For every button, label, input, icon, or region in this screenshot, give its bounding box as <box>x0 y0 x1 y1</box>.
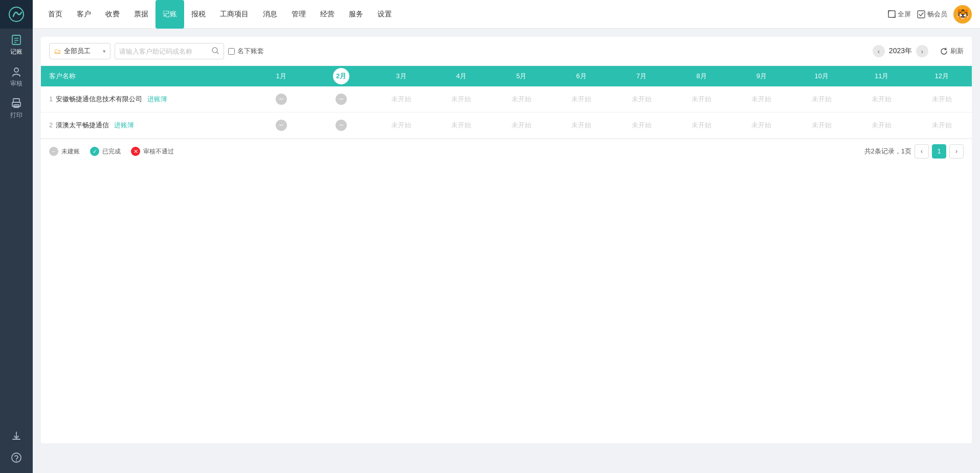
month-3-cell: 未开始 <box>371 86 431 112</box>
client-name: 安徽畅捷通信息技术有限公司 <box>56 95 142 103</box>
table-footer: − 未建账 ✓ 已完成 ✕ 审核不通过 共2条记录， <box>41 139 972 164</box>
search-wrapper[interactable] <box>115 43 224 59</box>
employee-icon: 🗂 <box>54 47 61 55</box>
svg-point-5 <box>14 68 18 72</box>
sidebar-bottom <box>0 425 33 473</box>
status-not-started-icon: − <box>276 120 287 131</box>
member-icon <box>917 10 925 18</box>
fullscreen-icon <box>888 10 896 18</box>
month-5-cell: 未开始 <box>492 86 551 112</box>
fullscreen-button[interactable]: 全屏 <box>888 10 911 19</box>
month-6-cell: 未开始 <box>551 112 611 139</box>
nav-charge[interactable]: 收费 <box>98 0 127 29</box>
month-10-cell: 未开始 <box>792 86 852 112</box>
nav-service[interactable]: 服务 <box>342 0 370 29</box>
nav-tax[interactable]: 报税 <box>184 0 213 29</box>
prev-page-button[interactable]: ‹ <box>915 144 929 159</box>
sidebar: 记账 审核 打印 <box>0 0 33 473</box>
sidebar-item-print[interactable]: 打印 <box>0 92 33 124</box>
content-area: 🗂 全部员工 ▾ 名下账套 <box>33 29 980 473</box>
month-4-cell: 未开始 <box>431 112 491 139</box>
nav-message[interactable]: 消息 <box>256 0 284 29</box>
search-button[interactable] <box>211 47 219 56</box>
month-1-cell[interactable]: − <box>251 112 311 139</box>
svg-rect-11 <box>888 11 895 17</box>
col-header-m4: 4月 <box>431 66 491 86</box>
page-1-button[interactable]: 1 <box>932 144 946 159</box>
chevron-down-icon: ▾ <box>103 48 106 55</box>
nav-right: 全屏 畅会员 🐯 <box>888 5 972 24</box>
pagination: 共2条记录，1页 ‹ 1 › <box>864 144 964 159</box>
sidebar-item-download[interactable] <box>0 425 33 446</box>
sidebar-item-ledger[interactable]: 记账 <box>0 29 33 60</box>
nav-invoice[interactable]: 票据 <box>127 0 155 29</box>
not-started-label: 未建账 <box>61 147 80 156</box>
enter-ledger-link[interactable]: 进账簿 <box>147 95 167 103</box>
month-2-cell[interactable]: − <box>311 86 371 112</box>
sidebar-item-help[interactable] <box>0 446 33 468</box>
top-nav: 首页 客户 收费 票据 记账 报税 工商项目 消息 管理 经营 服务 设置 全屏 <box>33 0 980 29</box>
help-icon <box>10 452 23 464</box>
nav-operation[interactable]: 经营 <box>313 0 342 29</box>
next-page-button[interactable]: › <box>949 144 964 159</box>
nav-business[interactable]: 工商项目 <box>213 0 256 29</box>
ledger-icon <box>10 34 23 46</box>
refresh-button[interactable]: 刷新 <box>941 47 964 56</box>
month-1-cell[interactable]: − <box>251 86 311 112</box>
nav-client[interactable]: 客户 <box>70 0 98 29</box>
svg-rect-6 <box>13 99 19 102</box>
sidebar-ledger-label: 记账 <box>10 48 23 56</box>
ledger-table: 客户名称 1月 2月 3月 4月 5月 6月 7月 <box>41 66 972 139</box>
month-7-cell: 未开始 <box>611 112 671 139</box>
content-card: 🗂 全部员工 ▾ 名下账套 <box>41 37 972 443</box>
toolbar: 🗂 全部员工 ▾ 名下账套 <box>41 37 972 66</box>
col-header-m10: 10月 <box>792 66 852 86</box>
month-2-cell[interactable]: − <box>311 112 371 139</box>
month-11-cell: 未开始 <box>852 86 911 112</box>
col-header-m12: 12月 <box>911 66 972 86</box>
month-9-cell: 未开始 <box>731 112 791 139</box>
nav-ledger[interactable]: 记账 <box>155 0 184 29</box>
enter-ledger-link[interactable]: 进账簿 <box>114 121 134 129</box>
svg-rect-1 <box>12 35 20 44</box>
search-icon <box>211 47 219 55</box>
legend-done: ✓ 已完成 <box>90 147 121 156</box>
svg-rect-12 <box>918 11 925 18</box>
next-year-button[interactable]: › <box>916 45 928 57</box>
done-dot: ✓ <box>90 147 99 156</box>
member-button[interactable]: 畅会员 <box>917 10 947 19</box>
legend-rejected: ✕ 审核不通过 <box>131 147 174 156</box>
rejected-label: 审核不通过 <box>143 147 174 156</box>
prev-year-button[interactable]: ‹ <box>873 45 885 57</box>
not-started-dot: − <box>49 147 58 156</box>
my-accounts-label: 名下账套 <box>237 47 264 56</box>
month-12-cell: 未开始 <box>911 112 972 139</box>
my-accounts-checkbox[interactable]: 名下账套 <box>228 47 264 56</box>
month-5-cell: 未开始 <box>492 112 551 139</box>
nav-settings[interactable]: 设置 <box>370 0 399 29</box>
col-header-m7: 7月 <box>611 66 671 86</box>
main-area: 首页 客户 收费 票据 记账 报税 工商项目 消息 管理 经营 服务 设置 全屏 <box>33 0 980 473</box>
year-nav: ‹ 2023年 › <box>873 45 928 57</box>
table-row: 2漠澳太平畅捷通信进账簿−−未开始未开始未开始未开始未开始未开始未开始未开始未开… <box>41 112 972 139</box>
print-icon <box>10 97 23 109</box>
month-11-cell: 未开始 <box>852 112 911 139</box>
user-avatar[interactable]: 🐯 <box>953 5 972 24</box>
nav-manage[interactable]: 管理 <box>284 0 313 29</box>
client-name: 漠澳太平畅捷通信 <box>56 121 109 129</box>
month-3-cell: 未开始 <box>371 112 431 139</box>
legend-not-started: − 未建账 <box>49 147 80 156</box>
month-4-cell: 未开始 <box>431 86 491 112</box>
download-icon <box>10 430 23 442</box>
sidebar-print-label: 打印 <box>10 111 23 120</box>
month-8-cell: 未开始 <box>672 86 731 112</box>
nav-home[interactable]: 首页 <box>41 0 70 29</box>
search-input[interactable] <box>119 48 211 55</box>
client-name-cell: 1安徽畅捷通信息技术有限公司进账簿 <box>41 86 251 112</box>
my-accounts-check[interactable] <box>228 48 235 55</box>
active-month-circle: 2月 <box>333 68 349 84</box>
status-not-started-icon: − <box>336 94 347 105</box>
month-12-cell: 未开始 <box>911 86 972 112</box>
employee-select[interactable]: 🗂 全部员工 ▾ <box>49 43 110 59</box>
sidebar-item-audit[interactable]: 审核 <box>0 60 33 92</box>
